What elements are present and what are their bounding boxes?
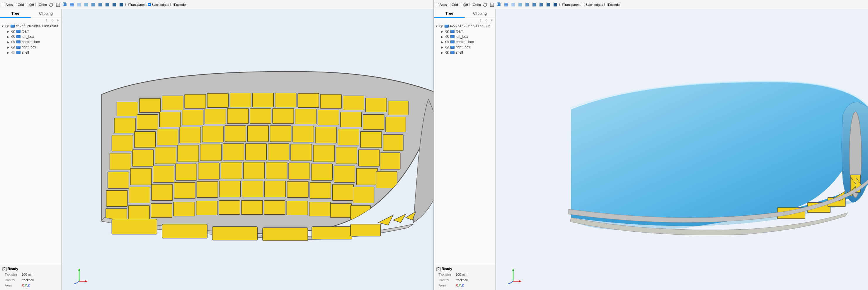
left-view1-icon[interactable] — [76, 2, 82, 8]
right-ortho-checkbox[interactable]: Ortho — [469, 3, 481, 6]
right-tree-root-eye-icon[interactable] — [439, 24, 443, 28]
left-tree-foam-expand[interactable]: ▶ — [7, 30, 10, 33]
right-tab-tree[interactable]: Tree — [434, 9, 465, 18]
left-tree-rightbox-expand[interactable]: ▶ — [7, 46, 10, 49]
left-grid-input[interactable] — [14, 3, 17, 6]
right-view5-icon[interactable] — [538, 2, 544, 8]
right-transparent-input[interactable] — [559, 3, 563, 6]
left-view7-icon[interactable] — [118, 2, 124, 8]
left-rotate-icon[interactable] — [48, 2, 54, 8]
left-grid-checkbox[interactable]: Grid — [14, 3, 24, 6]
right-axes-checkbox[interactable]: Axes — [436, 3, 446, 6]
left-fit-icon[interactable] — [55, 2, 61, 8]
right-view6-icon[interactable] — [545, 2, 551, 8]
svg-marker-170 — [512, 268, 514, 271]
right-tree-item-left-box[interactable]: ▶ left_box — [434, 34, 495, 39]
left-axes-input[interactable] — [2, 3, 5, 6]
right-tree-foam-eye-icon[interactable] — [445, 29, 449, 33]
left-tree-item-shell[interactable]: ▶ shell — [0, 50, 61, 55]
left-at0-input[interactable] — [25, 3, 28, 6]
left-tab-tree[interactable]: Tree — [0, 9, 31, 18]
right-view3-icon[interactable] — [524, 2, 530, 8]
right-tree-rightbox-eye-icon[interactable] — [445, 45, 449, 49]
right-view1-icon[interactable] — [510, 2, 516, 8]
left-tree-centralbox-eye-icon[interactable] — [11, 40, 15, 44]
right-tree-root[interactable]: ▼ 42775162-96b6-11ee-89a3 — [434, 24, 495, 29]
left-tree-centralbox-expand[interactable]: ▶ — [7, 40, 10, 44]
left-transparent-input[interactable] — [125, 3, 129, 6]
left-tree-shell-eye-icon[interactable] — [11, 51, 15, 55]
right-rotate-icon[interactable] — [482, 2, 488, 8]
left-explode-input[interactable] — [170, 3, 174, 6]
right-tree-rightbox-expand[interactable]: ▶ — [441, 46, 444, 49]
right-tree-root-expand[interactable]: ▼ — [435, 25, 439, 28]
left-tree-root-eye-icon[interactable] — [5, 24, 9, 28]
left-tree-root[interactable]: ▼ c62563c6-96b3-11ee-89a3 — [0, 24, 61, 29]
right-at0-checkbox[interactable]: @0 — [459, 3, 468, 6]
left-explode-checkbox[interactable]: Explode — [170, 3, 186, 6]
right-grid-input[interactable] — [448, 3, 451, 6]
right-tree-shell-expand[interactable]: ▶ — [441, 51, 444, 54]
right-grid-checkbox[interactable]: Grid — [448, 3, 458, 6]
left-tree-item-central-box[interactable]: ▶ central_box — [0, 39, 61, 45]
right-view2-icon[interactable] — [517, 2, 523, 8]
right-tree-item-central-box[interactable]: ▶ central_box — [434, 39, 495, 45]
left-tree-root-expand[interactable]: ▼ — [1, 25, 5, 28]
left-ortho-input[interactable] — [35, 3, 38, 6]
left-box3d-icon[interactable] — [62, 2, 68, 8]
left-view2-icon[interactable] — [83, 2, 89, 8]
right-tree-leftbox-eye-icon[interactable] — [445, 35, 449, 39]
right-axis-x: X — [456, 283, 458, 288]
svg-rect-71 — [200, 144, 221, 161]
left-tree-item-left-box[interactable]: ▶ left_box — [0, 34, 61, 39]
right-view4-icon[interactable] — [531, 2, 537, 8]
right-tree-leftbox-expand[interactable]: ▶ — [441, 35, 444, 38]
left-at0-checkbox[interactable]: @0 — [25, 3, 34, 6]
right-ortho-input[interactable] — [469, 3, 472, 6]
right-view7-icon[interactable] — [552, 2, 558, 8]
left-transparent-checkbox[interactable]: Transparent — [125, 3, 147, 6]
right-status-control-value: trackball — [456, 278, 468, 283]
right-transparent-checkbox[interactable]: Transparent — [559, 3, 581, 6]
left-tree-shell-shape-icon — [16, 51, 21, 55]
right-explode-checkbox[interactable]: Explode — [604, 3, 620, 6]
left-tree-foam-eye-icon[interactable] — [11, 29, 15, 33]
left-tree-rightbox-eye-icon[interactable] — [11, 45, 15, 49]
left-view6-icon[interactable] — [111, 2, 117, 8]
left-tree-item-foam[interactable]: ▶ foam — [0, 29, 61, 34]
left-blackedges-input[interactable] — [148, 3, 151, 6]
right-tree-item-foam[interactable]: ▶ foam — [434, 29, 495, 34]
right-tree-item-right-box[interactable]: ▶ right_box — [434, 45, 495, 50]
right-tree-foam-expand[interactable]: ▶ — [441, 30, 444, 33]
right-tree-item-shell[interactable]: ▶ shell — [434, 50, 495, 55]
right-view-front-icon[interactable] — [503, 2, 509, 8]
left-status-axes-row: Axes X , Y , Z — [5, 283, 59, 288]
svg-rect-114 — [309, 202, 330, 216]
right-tree-shell-eye-icon[interactable] — [445, 51, 449, 55]
left-tree-shell-expand[interactable]: ▶ — [7, 51, 10, 54]
right-axes-input[interactable] — [436, 3, 439, 6]
right-axis-y: Y — [459, 283, 461, 288]
right-box3d-icon[interactable] — [496, 2, 502, 8]
right-at0-input[interactable] — [459, 3, 462, 6]
left-axes-checkbox[interactable]: Axes — [2, 3, 12, 6]
left-view5-icon[interactable] — [104, 2, 110, 8]
left-tree-leftbox-expand[interactable]: ▶ — [7, 35, 10, 38]
right-tree-centralbox-eye-icon[interactable] — [445, 40, 449, 44]
right-viewport[interactable] — [496, 9, 868, 290]
left-view-front-icon[interactable] — [69, 2, 75, 8]
left-ortho-checkbox[interactable]: Ortho — [35, 3, 47, 6]
left-tree-leftbox-eye-icon[interactable] — [11, 35, 15, 39]
left-tab-clipping[interactable]: Clipping — [31, 9, 62, 18]
right-blackedges-checkbox[interactable]: Black edges — [582, 3, 603, 6]
left-view4-icon[interactable] — [97, 2, 103, 8]
right-tab-clipping[interactable]: Clipping — [465, 9, 496, 18]
right-fit-icon[interactable] — [489, 2, 495, 8]
left-viewport[interactable] — [62, 9, 433, 290]
right-explode-input[interactable] — [604, 3, 608, 6]
left-view3-icon[interactable] — [90, 2, 96, 8]
right-blackedges-input[interactable] — [582, 3, 585, 6]
right-tree-centralbox-expand[interactable]: ▶ — [441, 40, 444, 44]
left-tree-item-right-box[interactable]: ▶ right_box — [0, 45, 61, 50]
left-blackedges-checkbox[interactable]: Black edges — [148, 3, 169, 6]
